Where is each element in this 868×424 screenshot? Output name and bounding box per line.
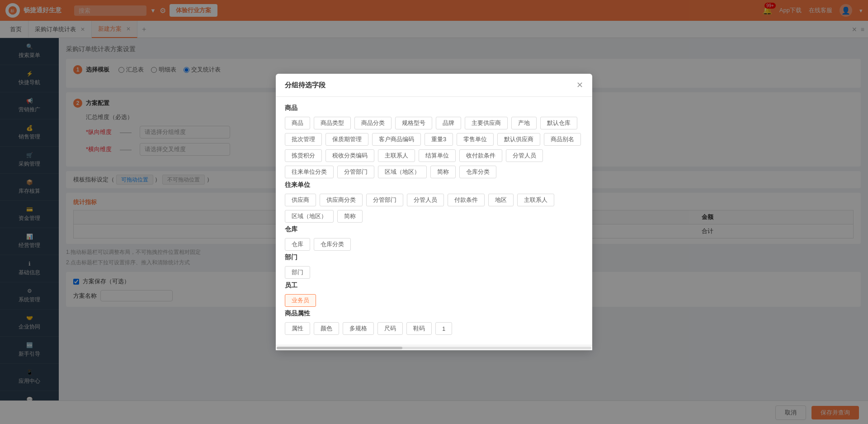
field-tag-shoe-size[interactable]: 鞋码 — [406, 322, 432, 335]
field-tag-partner-short[interactable]: 简称 — [337, 210, 363, 223]
field-tag-partner-supervisor[interactable]: 分管人员 — [407, 194, 444, 206]
section-goods-attr-title: 商品属性 — [285, 310, 583, 318]
modal-close-button[interactable]: ✕ — [576, 80, 583, 90]
section-employee-title: 员工 — [285, 281, 583, 290]
field-tag-default-warehouse[interactable]: 默认仓库 — [540, 117, 577, 129]
field-tag-salesperson[interactable]: 业务员 — [285, 294, 316, 307]
field-tag-settlement-unit[interactable]: 结算单位 — [419, 149, 456, 162]
section-goods: 商品 商品 商品类型 商品分类 规格型号 品牌 主要供应商 产地 默认仓库 批次… — [285, 104, 583, 178]
field-tag-multi-spec[interactable]: 多规格 — [343, 322, 374, 335]
field-tag-short-name[interactable]: 简称 — [430, 166, 456, 178]
modal-overlay: 分组待选字段 ✕ 商品 商品 商品类型 商品分类 规格型号 品牌 主要供应商 产… — [0, 0, 868, 424]
field-tag-goods-alias[interactable]: 商品别名 — [544, 133, 581, 146]
section-warehouse-tags: 仓库 仓库分类 — [285, 238, 583, 251]
modal-header: 分组待选字段 ✕ — [276, 74, 592, 97]
field-tag-supplier[interactable]: 供应商 — [285, 194, 316, 206]
field-tag-shelf-life[interactable]: 保质期管理 — [326, 133, 368, 146]
field-tag-payment-terms[interactable]: 收付款条件 — [459, 149, 502, 162]
field-tag-goods-type[interactable]: 商品类型 — [314, 117, 351, 129]
field-tag-color[interactable]: 颜色 — [314, 322, 339, 335]
field-tag-goods-category[interactable]: 商品分类 — [354, 117, 392, 129]
field-tag-customer-code[interactable]: 客户商品编码 — [372, 133, 421, 146]
hscroll-track — [277, 347, 591, 349]
field-tag-region[interactable]: 区域（地区） — [378, 166, 427, 178]
section-partner-title: 往来单位 — [285, 181, 583, 189]
field-tag-pick-points[interactable]: 拣货积分 — [285, 149, 322, 162]
field-tag-supervisor[interactable]: 分管人员 — [506, 149, 543, 162]
field-tag-warehouse-cat[interactable]: 仓库分类 — [314, 238, 351, 251]
field-tag-retail-unit[interactable]: 零售单位 — [457, 133, 494, 146]
field-tag-spec[interactable]: 规格型号 — [395, 117, 432, 129]
field-tag-weight[interactable]: 重量3 — [425, 133, 453, 146]
field-tag-main-supplier[interactable]: 主要供应商 — [465, 117, 508, 129]
section-dept: 部门 部门 — [285, 253, 583, 279]
hscroll-thumb — [277, 347, 402, 349]
field-tag-attr[interactable]: 属性 — [285, 322, 310, 335]
field-tag-batch[interactable]: 批次管理 — [285, 133, 322, 146]
section-goods-title: 商品 — [285, 104, 583, 112]
modal-horizontal-scrollbar[interactable] — [276, 345, 592, 350]
field-tag-size[interactable]: 尺码 — [377, 322, 403, 335]
section-goods-attr-tags: 属性 颜色 多规格 尺码 鞋码 1 — [285, 322, 583, 335]
field-tag-partner-dept[interactable]: 分管部门 — [366, 194, 403, 206]
section-partner-tags: 供应商 供应商分类 分管部门 分管人员 付款条件 地区 主联系人 区域（地区） … — [285, 194, 583, 223]
field-tag-tax-code[interactable]: 税收分类编码 — [326, 149, 374, 162]
field-tag-brand[interactable]: 品牌 — [436, 117, 461, 129]
section-warehouse: 仓库 仓库 仓库分类 — [285, 225, 583, 251]
section-goods-attr: 商品属性 属性 颜色 多规格 尺码 鞋码 1 — [285, 310, 583, 335]
field-tag-warehouse-category[interactable]: 仓库分类 — [459, 166, 496, 178]
section-dept-title: 部门 — [285, 253, 583, 262]
field-tag-pay-terms[interactable]: 付款条件 — [448, 194, 485, 206]
field-tag-custom1[interactable]: 1 — [435, 322, 452, 335]
field-tag-dept-supervisor[interactable]: 分管部门 — [337, 166, 374, 178]
section-employee: 员工 业务员 — [285, 281, 583, 307]
section-warehouse-title: 仓库 — [285, 225, 583, 233]
field-tag-partner-contact[interactable]: 主联系人 — [517, 194, 554, 206]
field-tag-partner-region[interactable]: 区域（地区） — [285, 210, 334, 223]
field-tag-supplier-category[interactable]: 供应商分类 — [320, 194, 363, 206]
modal-body[interactable]: 商品 商品 商品类型 商品分类 规格型号 品牌 主要供应商 产地 默认仓库 批次… — [276, 97, 592, 345]
modal: 分组待选字段 ✕ 商品 商品 商品类型 商品分类 规格型号 品牌 主要供应商 产… — [276, 74, 592, 350]
field-tag-partner-category[interactable]: 往来单位分类 — [285, 166, 334, 178]
field-tag-default-supplier[interactable]: 默认供应商 — [497, 133, 540, 146]
field-tag-dept[interactable]: 部门 — [285, 266, 310, 279]
field-tag-main-contact[interactable]: 主联系人 — [378, 149, 415, 162]
field-tag-goods[interactable]: 商品 — [285, 117, 310, 129]
field-tag-warehouse[interactable]: 仓库 — [285, 238, 310, 251]
section-partner: 往来单位 供应商 供应商分类 分管部门 分管人员 付款条件 地区 主联系人 区域… — [285, 181, 583, 223]
section-employee-tags: 业务员 — [285, 294, 583, 307]
field-tag-origin[interactable]: 产地 — [511, 117, 537, 129]
field-tag-area[interactable]: 地区 — [488, 194, 514, 206]
modal-title: 分组待选字段 — [285, 81, 326, 90]
section-goods-tags: 商品 商品类型 商品分类 规格型号 品牌 主要供应商 产地 默认仓库 批次管理 … — [285, 117, 583, 178]
section-dept-tags: 部门 — [285, 266, 583, 279]
